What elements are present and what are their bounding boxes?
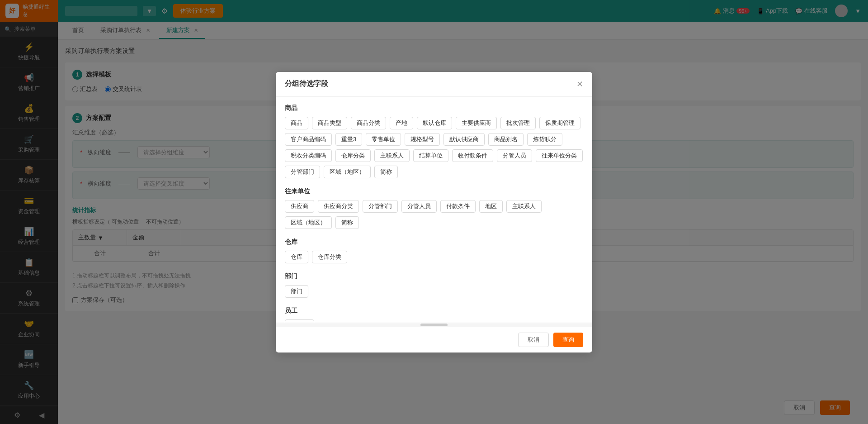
field-section-warehouse: 仓库 仓库 仓库分类 — [285, 238, 583, 263]
modal-header: 分组待选字段 ✕ — [276, 72, 592, 97]
modal-close-button[interactable]: ✕ — [576, 79, 583, 89]
field-tag[interactable]: 分管人员 — [401, 200, 437, 213]
field-tag[interactable]: 商品分类 — [351, 117, 386, 129]
modal-horizontal-scrollbar[interactable] — [276, 323, 592, 327]
field-tag[interactable]: 主联系人 — [374, 149, 410, 162]
field-tag[interactable]: 结算单位 — [413, 149, 448, 162]
field-tag[interactable]: 部门 — [285, 285, 308, 298]
field-selection-modal: 分组待选字段 ✕ 商品 商品 商品类型 商品分类 产地 默认仓库 主要供应商 批… — [276, 72, 592, 353]
field-tag[interactable]: 炼货积分 — [527, 133, 562, 146]
field-tag[interactable]: 商品别名 — [488, 133, 524, 146]
field-tag[interactable]: 默认仓库 — [417, 117, 452, 129]
field-tag[interactable]: 收付款条件 — [452, 149, 493, 162]
field-tag[interactable]: 重量3 — [335, 133, 362, 146]
field-tag[interactable]: 零售单位 — [366, 133, 401, 146]
field-tag[interactable]: 分管人员 — [497, 149, 532, 162]
field-tag[interactable]: 简称 — [335, 216, 359, 229]
field-tag[interactable]: 产地 — [390, 117, 413, 129]
field-tag[interactable]: 客户商品编码 — [285, 133, 332, 146]
field-tag[interactable]: 地区 — [479, 200, 503, 213]
field-tag[interactable]: 商品类型 — [312, 117, 347, 129]
field-tag[interactable]: 主联系人 — [506, 200, 542, 213]
modal-title: 分组待选字段 — [285, 79, 328, 89]
field-section-goods: 商品 商品 商品类型 商品分类 产地 默认仓库 主要供应商 批次管理 保质期管理… — [285, 104, 583, 178]
field-section-dept: 部门 部门 — [285, 272, 583, 298]
modal-confirm-button[interactable]: 查询 — [553, 333, 583, 347]
field-tag[interactable]: 税收分类编码 — [285, 149, 332, 162]
field-section-staff: 员工 业务员 — [285, 307, 583, 323]
field-tag[interactable]: 分管部门 — [363, 200, 398, 213]
field-section-partner: 往来单位 供应商 供应商分类 分管部门 分管人员 付款条件 地区 主联系人 区域… — [285, 187, 583, 229]
field-tag[interactable]: 商品 — [285, 117, 308, 129]
field-section-warehouse-title: 仓库 — [285, 238, 583, 246]
field-tag[interactable]: 业务员 — [285, 319, 314, 323]
field-tags-staff: 业务员 — [285, 319, 583, 323]
field-tag[interactable]: 供应商 — [285, 200, 314, 213]
field-tag[interactable]: 区域（地区） — [324, 166, 371, 178]
field-tag[interactable]: 付款条件 — [440, 200, 476, 213]
field-tags-partner: 供应商 供应商分类 分管部门 分管人员 付款条件 地区 主联系人 区域（地区） … — [285, 200, 583, 229]
field-tag[interactable]: 仓库分类 — [312, 251, 347, 263]
field-tag[interactable]: 保质期管理 — [539, 117, 580, 129]
field-tag[interactable]: 仓库 — [285, 251, 308, 263]
field-tag[interactable]: 分管部门 — [285, 166, 320, 178]
modal-body: 商品 商品 商品类型 商品分类 产地 默认仓库 主要供应商 批次管理 保质期管理… — [276, 97, 592, 323]
field-tags-warehouse: 仓库 仓库分类 — [285, 251, 583, 263]
field-section-partner-title: 往来单位 — [285, 187, 583, 195]
field-tag[interactable]: 往来单位分类 — [536, 149, 583, 162]
field-tag[interactable]: 区域（地区） — [285, 216, 332, 229]
field-tag[interactable]: 简称 — [374, 166, 398, 178]
field-section-dept-title: 部门 — [285, 272, 583, 281]
modal-footer: 取消 查询 — [276, 327, 592, 353]
field-tags-goods: 商品 商品类型 商品分类 产地 默认仓库 主要供应商 批次管理 保质期管理 客户… — [285, 117, 583, 178]
modal-cancel-button[interactable]: 取消 — [518, 333, 549, 347]
field-tag[interactable]: 规格型号 — [405, 133, 440, 146]
field-tag[interactable]: 仓库分类 — [335, 149, 371, 162]
field-section-staff-title: 员工 — [285, 307, 583, 315]
field-tags-dept: 部门 — [285, 285, 583, 298]
field-tag[interactable]: 主要供应商 — [456, 117, 497, 129]
modal-overlay: 分组待选字段 ✕ 商品 商品 商品类型 商品分类 产地 默认仓库 主要供应商 批… — [0, 0, 868, 424]
field-tag[interactable]: 批次管理 — [500, 117, 536, 129]
field-section-goods-title: 商品 — [285, 104, 583, 112]
field-tag[interactable]: 默认供应商 — [443, 133, 485, 146]
field-tag[interactable]: 供应商分类 — [318, 200, 359, 213]
